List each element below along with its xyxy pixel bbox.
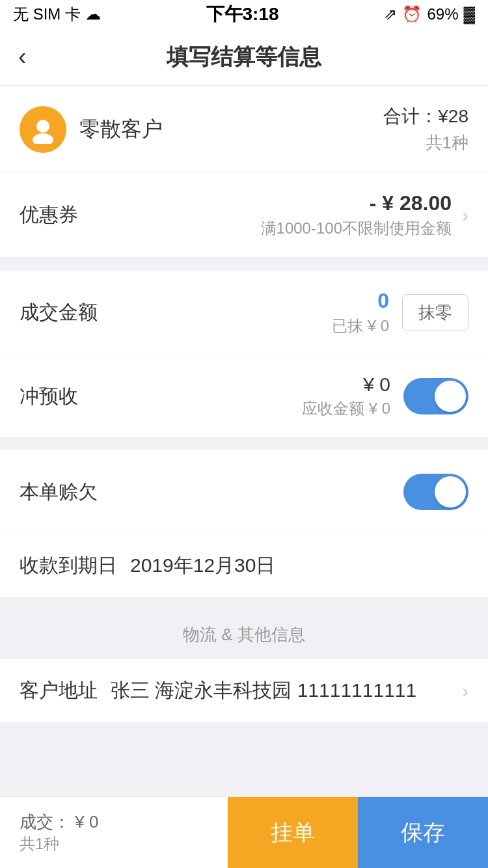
toggle-circle <box>435 381 466 412</box>
location-icon: ⇗ <box>384 5 397 23</box>
transaction-row: 成交金额 0 已抹 ¥ 0 抹零 <box>0 270 488 355</box>
debt-section: 本单赊欠 收款到期日 2019年12月30日 <box>0 450 488 597</box>
coupon-label: 优惠券 <box>20 202 78 228</box>
back-button[interactable]: ‹ <box>18 43 27 71</box>
total-label: 合计： <box>383 106 438 126</box>
logistics-label: 物流 & 其他信息 <box>183 625 305 644</box>
pre-receive-sub: 应收金额 ¥ 0 <box>302 398 390 419</box>
due-date-label: 收款到期日 <box>20 552 117 579</box>
battery-icon: ▓ <box>463 5 475 23</box>
customer-section: 零散客户 合计：¥28 共1种 优惠券 - ¥ 28.00 满1000-100不… <box>0 86 488 257</box>
bottom-bar: 成交： ¥ 0 共1种 挂单 保存 <box>0 796 488 868</box>
debt-row: 本单赊欠 <box>0 450 488 534</box>
address-label: 客户地址 <box>20 677 98 704</box>
page-title: 填写结算等信息 <box>167 42 321 72</box>
svg-point-0 <box>36 120 49 133</box>
customer-row: 零散客户 合计：¥28 共1种 <box>0 86 488 172</box>
pending-button[interactable]: 挂单 <box>228 797 358 869</box>
bottom-info: 成交： ¥ 0 共1种 <box>0 811 228 854</box>
battery-label: 69% <box>427 5 458 23</box>
transaction-section: 成交金额 0 已抹 ¥ 0 抹零 冲预收 ¥ 0 应收金额 ¥ 0 <box>0 270 488 437</box>
debt-toggle[interactable] <box>403 474 468 510</box>
svg-point-1 <box>33 133 53 144</box>
total-count: 共1种 <box>383 131 468 154</box>
pre-receive-right: ¥ 0 应收金额 ¥ 0 <box>302 373 468 419</box>
alarm-icon: ⏰ <box>402 5 422 23</box>
debt-label: 本单赊欠 <box>20 479 98 506</box>
logistics-divider: 物流 & 其他信息 <box>0 610 488 659</box>
transaction-right: 0 已抹 ¥ 0 抹零 <box>332 289 468 336</box>
transaction-sub: 已抹 ¥ 0 <box>332 316 389 336</box>
save-button[interactable]: 保存 <box>358 797 488 869</box>
bottom-deal-label: 成交： <box>20 812 70 832</box>
address-value: 张三 海淀永丰科技园 11111111111 <box>111 677 458 704</box>
transaction-label: 成交金额 <box>20 299 98 326</box>
coupon-amount: - ¥ 28.00 <box>261 191 452 215</box>
bottom-deal-count: 共1种 <box>20 834 208 854</box>
pre-receive-label: 冲预收 <box>20 383 78 410</box>
bottom-deal-row: 成交： ¥ 0 <box>20 811 208 834</box>
pre-receive-amount: ¥ 0 <box>302 373 390 396</box>
status-bar: 无 SIM 卡 ☁ 下午3:18 ⇗ ⏰ 69% ▓ <box>0 0 488 29</box>
coupon-row[interactable]: 优惠券 - ¥ 28.00 满1000-100不限制使用金额 › <box>0 172 488 257</box>
due-date-row: 收款到期日 2019年12月30日 <box>0 534 488 597</box>
customer-name: 零散客户 <box>79 115 163 144</box>
avatar-icon <box>29 115 57 144</box>
debt-toggle-circle <box>435 476 466 508</box>
customer-left: 零散客户 <box>20 106 163 153</box>
status-left: 无 SIM 卡 ☁ <box>13 4 101 25</box>
coupon-desc: 满1000-100不限制使用金额 <box>261 218 452 239</box>
nav-bar: ‹ 填写结算等信息 <box>0 29 488 86</box>
address-row[interactable]: 客户地址 张三 海淀永丰科技园 11111111111 › <box>0 659 488 722</box>
total-amount: ¥28 <box>438 106 468 126</box>
transaction-col: 0 已抹 ¥ 0 <box>332 289 389 336</box>
pre-receive-row: 冲预收 ¥ 0 应收金额 ¥ 0 <box>0 355 488 437</box>
pre-receive-col: ¥ 0 应收金额 ¥ 0 <box>302 373 390 419</box>
bottom-deal-amount: ¥ 0 <box>75 812 98 832</box>
address-chevron-icon: › <box>462 680 468 702</box>
avatar <box>20 106 66 153</box>
due-date-value: 2019年12月30日 <box>130 552 275 579</box>
customer-total: 合计：¥28 共1种 <box>383 104 468 154</box>
address-section: 客户地址 张三 海淀永丰科技园 11111111111 › <box>0 659 488 722</box>
status-right: ⇗ ⏰ 69% ▓ <box>384 5 475 23</box>
sim-label: 无 SIM 卡 ☁ <box>13 4 101 25</box>
round-zero-button[interactable]: 抹零 <box>402 294 468 331</box>
pre-receive-toggle[interactable] <box>403 378 468 414</box>
transaction-value: 0 <box>332 289 389 313</box>
chevron-right-icon: › <box>462 204 468 226</box>
coupon-right: - ¥ 28.00 满1000-100不限制使用金额 › <box>261 191 468 239</box>
status-time: 下午3:18 <box>206 2 279 27</box>
